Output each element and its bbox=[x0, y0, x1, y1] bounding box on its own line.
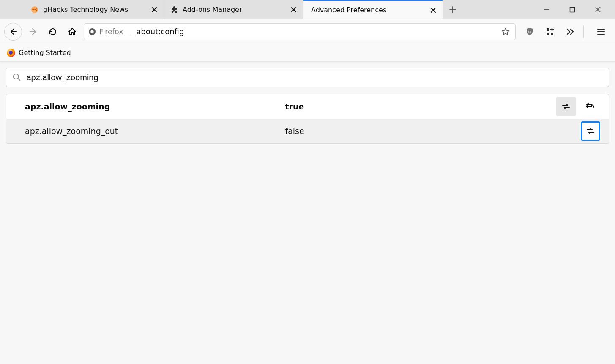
tab-close-button[interactable] bbox=[290, 5, 298, 14]
tab-title: gHacks Technology News bbox=[43, 5, 146, 14]
bookmark-star-button[interactable] bbox=[499, 25, 512, 38]
close-icon bbox=[595, 6, 601, 13]
toggle-icon bbox=[585, 126, 596, 136]
new-tab-button[interactable] bbox=[443, 0, 462, 19]
svg-rect-7 bbox=[547, 33, 549, 35]
svg-text:u: u bbox=[528, 30, 531, 34]
pref-value: true bbox=[285, 102, 546, 111]
tab-ghacks[interactable]: gHacks Technology News bbox=[25, 0, 164, 19]
tab-advanced-preferences[interactable]: Advanced Preferences bbox=[303, 0, 443, 19]
identity-label: Firefox bbox=[99, 27, 123, 36]
reload-icon bbox=[49, 27, 57, 36]
svg-rect-8 bbox=[551, 33, 553, 35]
reload-button[interactable] bbox=[45, 24, 61, 40]
tab-close-button[interactable] bbox=[429, 6, 437, 14]
overflow-button[interactable] bbox=[563, 25, 577, 39]
undo-icon bbox=[585, 101, 596, 112]
pref-table: apz.allow_zooming true bbox=[6, 94, 609, 144]
url-text[interactable]: about:config bbox=[136, 27, 495, 36]
pref-row[interactable]: apz.allow_zooming_out false bbox=[6, 119, 609, 143]
url-bar[interactable]: Firefox about:config bbox=[84, 23, 516, 40]
navigation-toolbar: Firefox about:config u bbox=[0, 19, 615, 44]
tab-close-button[interactable] bbox=[150, 5, 159, 14]
bookmark-label: Getting Started bbox=[19, 49, 71, 57]
firefox-brand-icon bbox=[88, 28, 96, 36]
home-icon bbox=[68, 27, 77, 36]
maximize-icon bbox=[569, 7, 575, 13]
pref-search-box[interactable] bbox=[6, 68, 609, 87]
bookmark-getting-started[interactable]: Getting Started bbox=[7, 49, 71, 57]
close-icon bbox=[430, 7, 436, 13]
window-minimize-button[interactable] bbox=[541, 4, 552, 15]
app-menu-button[interactable] bbox=[594, 25, 608, 39]
pref-value: false bbox=[285, 126, 546, 136]
hamburger-icon bbox=[597, 27, 605, 36]
toggle-button[interactable] bbox=[556, 97, 576, 116]
forward-button[interactable] bbox=[25, 24, 41, 40]
ghacks-favicon bbox=[30, 5, 39, 14]
shield-icon: u bbox=[525, 27, 534, 36]
close-icon bbox=[291, 7, 297, 13]
toolbar-extension-area: u bbox=[522, 25, 608, 39]
close-icon bbox=[151, 7, 157, 13]
plus-icon bbox=[449, 6, 456, 14]
minimize-icon bbox=[544, 6, 550, 13]
chevron-double-right-icon bbox=[566, 27, 575, 36]
window-controls bbox=[533, 0, 615, 19]
firefox-icon bbox=[7, 49, 15, 57]
about-config-content: apz.allow_zooming true bbox=[0, 62, 615, 364]
star-icon bbox=[501, 27, 510, 36]
puzzle-icon bbox=[170, 5, 178, 14]
pref-name: apz.allow_zooming_out bbox=[25, 126, 285, 136]
toggle-icon bbox=[561, 101, 571, 112]
ublock-button[interactable]: u bbox=[522, 25, 537, 39]
arrow-right-icon bbox=[29, 27, 38, 36]
home-button[interactable] bbox=[64, 24, 80, 40]
arrow-left-icon bbox=[8, 27, 18, 36]
pref-row[interactable]: apz.allow_zooming true bbox=[6, 94, 609, 119]
identity-box[interactable]: Firefox bbox=[88, 27, 132, 36]
bookmarks-toolbar: Getting Started bbox=[0, 44, 615, 62]
tab-title: Add-ons Manager bbox=[183, 5, 285, 14]
identity-separator bbox=[129, 27, 129, 36]
pref-actions bbox=[545, 97, 600, 116]
toolbar-separator bbox=[583, 25, 584, 38]
window-close-button[interactable] bbox=[592, 4, 603, 15]
svg-rect-1 bbox=[570, 7, 575, 12]
tab-title: Advanced Preferences bbox=[311, 6, 425, 14]
svg-rect-6 bbox=[547, 28, 549, 31]
reset-button[interactable] bbox=[581, 97, 600, 116]
tabstrip-spacer bbox=[0, 0, 25, 19]
pref-name: apz.allow_zooming bbox=[25, 102, 285, 111]
tab-addons[interactable]: Add-ons Manager bbox=[164, 0, 303, 19]
search-icon bbox=[12, 73, 21, 82]
pref-actions bbox=[545, 121, 600, 141]
window-maximize-button[interactable] bbox=[567, 4, 578, 15]
tab-strip: gHacks Technology News Add-ons Manager A… bbox=[0, 0, 615, 19]
pref-search-input[interactable] bbox=[26, 73, 603, 82]
extension-grid-button[interactable] bbox=[543, 25, 557, 39]
toggle-button[interactable] bbox=[581, 121, 600, 141]
back-button[interactable] bbox=[4, 23, 22, 41]
grid-plus-icon bbox=[546, 27, 554, 36]
